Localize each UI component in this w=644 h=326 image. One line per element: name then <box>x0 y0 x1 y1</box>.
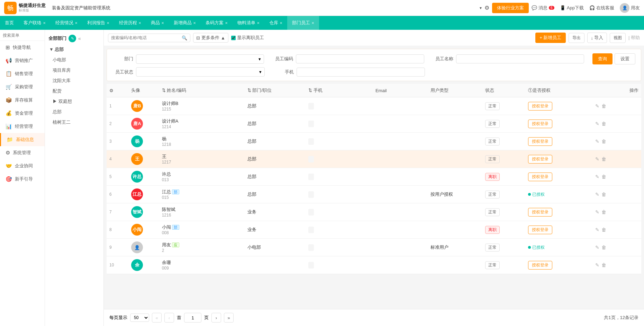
nav-tab-barcode[interactable]: 条码方案✕ <box>201 16 233 30</box>
tree-item-doublesix[interactable]: ▶ 双庭想 <box>45 96 103 107</box>
nav-tab-dept[interactable]: 部门员工✕ <box>287 16 319 30</box>
prev-page-btn[interactable]: ‹ <box>164 313 174 323</box>
delete-button[interactable]: 🗑 <box>601 121 606 126</box>
close-icon[interactable]: ✕ <box>161 21 164 25</box>
delete-button[interactable]: 🗑 <box>601 262 606 268</box>
sidebar-item-inventory[interactable]: 📦 库存核算 <box>0 94 45 107</box>
sidebar-item-system[interactable]: ⚙ 系统管理 <box>0 146 45 159</box>
edit-button[interactable]: ✎ <box>595 262 599 268</box>
sidebar-item-bizmanage[interactable]: 📊 经营管理 <box>0 120 45 133</box>
sidebar-item-collab[interactable]: 🤝 企业协同 <box>0 159 45 173</box>
edit-button[interactable]: ✎ <box>595 192 599 197</box>
sidebar-item-finance[interactable]: 💰 资金管理 <box>0 107 45 120</box>
query-button[interactable]: 查询 <box>592 53 613 64</box>
nav-tab-home[interactable]: 首页 <box>0 16 19 30</box>
nav-tab-customer[interactable]: 客户联络✕ <box>19 16 51 30</box>
tree-item-hq2[interactable]: 总部 <box>45 107 103 117</box>
sidebar-item-purchase[interactable]: 🛒 采购管理 <box>0 80 45 94</box>
sidebar-item-marketing[interactable]: 📢 营销推广 <box>0 54 45 67</box>
close-icon[interactable]: ✕ <box>193 21 196 25</box>
first-page-btn[interactable]: « <box>152 313 162 323</box>
app-btn[interactable]: 📱 App下载 <box>560 5 584 11</box>
edit-button[interactable]: ✎ <box>595 227 599 232</box>
close-icon[interactable]: ✕ <box>107 21 109 25</box>
nav-tab-goods[interactable]: 商品✕ <box>146 16 169 30</box>
auth-button[interactable]: 授权登录 <box>528 261 552 270</box>
close-icon[interactable]: ✕ <box>280 21 282 25</box>
col-name-header[interactable]: ⇅ 姓名/编码 <box>159 84 245 97</box>
current-page-input[interactable] <box>184 313 201 323</box>
sidebar-item-basic[interactable]: 📁 基础信息 <box>0 133 45 146</box>
col-dept-header[interactable]: ⇅ 部门/职位 <box>245 84 306 97</box>
close-icon[interactable]: ✕ <box>75 21 78 25</box>
dept-collapse-btn[interactable]: « <box>78 36 81 41</box>
dept-edit-btn[interactable]: ✎ <box>69 35 76 42</box>
emp-code-input[interactable] <box>296 54 424 63</box>
reset-button[interactable]: 设置 <box>615 53 635 64</box>
nav-tab-warehouse[interactable]: 仓库✕ <box>264 16 287 30</box>
dept-select[interactable]: ▾ <box>136 54 264 64</box>
edit-button[interactable]: ✎ <box>595 156 599 162</box>
search-input[interactable] <box>111 35 180 40</box>
user-btn[interactable]: 👤 用友 <box>620 3 640 13</box>
more-conditions-btn[interactable]: ⊟ 更多条件 ▲ <box>193 33 228 43</box>
help-btn[interactable]: | 帮助 <box>628 35 640 41</box>
tree-item-shenyang[interactable]: 沈阳大库 <box>45 76 103 86</box>
delete-button[interactable]: 🗑 <box>601 209 606 215</box>
nav-tab-material[interactable]: 物料清单✕ <box>233 16 264 30</box>
close-icon[interactable]: ✕ <box>138 21 141 25</box>
sidebar-item-sales[interactable]: 📋 销售管理 <box>0 67 45 80</box>
tree-item-planting[interactable]: 植树王二 <box>45 117 103 127</box>
auth-button[interactable]: 授权登录 <box>528 155 552 164</box>
auth-button[interactable]: 授权登录 <box>528 137 552 146</box>
view-button[interactable]: 视图 <box>610 33 626 43</box>
gear-icon[interactable]: ⚙ <box>484 5 489 11</box>
col-phone-header[interactable]: ⇅ 手机 <box>306 84 373 97</box>
delete-button[interactable]: 🗑 <box>601 174 606 179</box>
search-menu-input[interactable] <box>3 33 45 38</box>
edit-button[interactable]: ✎ <box>595 103 599 109</box>
sys-dropdown-btn[interactable]: ▾ <box>480 6 482 10</box>
sidebar-item-shortcut[interactable]: ⊞ 快捷导航 <box>0 41 45 54</box>
delete-button[interactable]: 🗑 <box>601 227 606 232</box>
phone-input[interactable] <box>297 68 425 77</box>
delete-button[interactable]: 🗑 <box>601 139 606 144</box>
edit-button[interactable]: ✎ <box>595 121 599 126</box>
tree-item-smallelec[interactable]: 小电部 <box>45 55 103 65</box>
auth-button[interactable]: 授权登录 <box>528 102 552 111</box>
delete-button[interactable]: 🗑 <box>601 192 606 197</box>
close-icon[interactable]: ✕ <box>225 21 228 25</box>
edit-button[interactable]: ✎ <box>595 245 599 250</box>
add-employee-button[interactable]: + 新增员工 <box>535 33 565 43</box>
show-resigned-input[interactable] <box>231 36 236 40</box>
auth-button[interactable]: 授权登录 <box>528 226 552 234</box>
export-button[interactable]: 导出 <box>569 33 584 43</box>
nav-tab-addgoods[interactable]: 新增商品✕ <box>169 16 201 30</box>
close-icon[interactable]: ✕ <box>311 21 314 25</box>
trial-button[interactable]: 体验行业方案 <box>492 3 529 13</box>
close-icon[interactable]: ✕ <box>43 21 46 25</box>
tree-item-projroom[interactable]: 项目库房 <box>45 65 103 76</box>
last-page-btn[interactable]: » <box>224 313 234 323</box>
per-page-select[interactable]: 50 100 200 <box>130 314 149 322</box>
emp-status-select[interactable]: ▾ <box>136 67 265 77</box>
delete-button[interactable]: 🗑 <box>601 156 606 162</box>
tree-item-hq[interactable]: ▼ 总部 <box>45 44 103 55</box>
auth-button[interactable]: 授权登录 <box>528 173 552 181</box>
close-icon[interactable]: ✕ <box>257 21 260 25</box>
next-page-btn[interactable]: › <box>211 313 221 323</box>
edit-button[interactable]: ✎ <box>595 139 599 144</box>
edit-button[interactable]: ✎ <box>595 174 599 179</box>
delete-button[interactable]: 🗑 <box>601 245 606 250</box>
nav-tab-business[interactable]: 经营情况✕ <box>51 16 82 30</box>
online-service-btn[interactable]: 🎧 在线客服 <box>589 5 614 11</box>
auth-button[interactable]: 授权登录 <box>528 120 552 128</box>
emp-name-input[interactable] <box>456 54 584 63</box>
show-resigned-checkbox[interactable]: 显示离职员工 <box>231 35 264 41</box>
edit-button[interactable]: ✎ <box>595 209 599 215</box>
msg-btn[interactable]: 💬 消息 6 <box>532 5 554 11</box>
nav-tab-bizflow[interactable]: 经营历程✕ <box>114 16 146 30</box>
delete-button[interactable]: 🗑 <box>601 103 606 109</box>
tree-item-dispatch[interactable]: 配货 <box>45 86 103 96</box>
sidebar-item-guide[interactable]: 🎯 新手引导 <box>0 173 45 186</box>
